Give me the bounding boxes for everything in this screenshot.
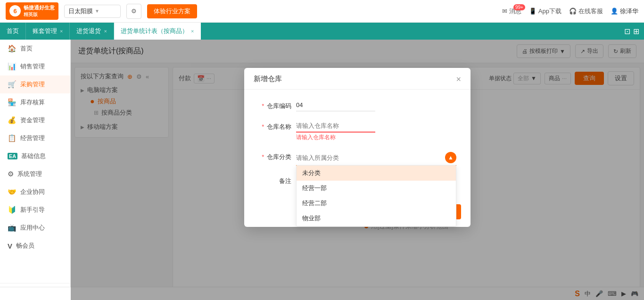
guide-icon: 🔰 <box>8 206 17 214</box>
sidebar-item-operation[interactable]: 📋 经营管理 <box>0 129 70 147</box>
purchase-icon: 🛒 <box>8 80 17 89</box>
warehouse-code-row: * 仓库编码 <box>258 99 456 111</box>
app-download-button[interactable]: 📱 App下载 <box>529 7 561 16</box>
notification-badge: 99+ <box>513 4 525 10</box>
notification-button[interactable]: ✉ 消息 99+ <box>502 7 521 16</box>
sidebar-item-home[interactable]: 🏠 首页 <box>0 40 70 58</box>
tab-accounts[interactable]: 账套管理 × <box>26 23 70 40</box>
online-service-button[interactable]: 🎧 在线客服 <box>569 7 603 16</box>
sidebar-item-system[interactable]: ⚙ 系统管理 <box>0 165 70 183</box>
system-icon: ⚙ <box>8 170 14 178</box>
restore-icon[interactable]: ⊡ <box>624 27 630 36</box>
modal-backdrop: 新增仓库 × * 仓库编码 <box>71 40 644 300</box>
logo-sub: 精英版 <box>24 11 55 18</box>
dropdown-item-unclassified[interactable]: 未分类 <box>297 166 456 181</box>
tab-purchase-return[interactable]: 进货退货 × <box>70 23 114 40</box>
logo-name: 畅捷通好生意 <box>24 4 55 11</box>
name-field-wrap: 请输入仓库名称 <box>296 120 456 142</box>
name-error-hint: 请输入仓库名称 <box>296 133 456 142</box>
category-toggle-button[interactable]: ▲ <box>445 152 456 163</box>
member-icon: V <box>8 242 12 250</box>
avatar-icon: 👤 <box>611 8 618 15</box>
nav-tabs: 首页 账套管理 × 进货退货 × 进货单统计表（按商品） × ⊡ ⊞ <box>0 23 644 40</box>
dropdown-item-dept2[interactable]: 经营二部 <box>297 196 456 211</box>
warehouse-code-input[interactable] <box>296 99 375 111</box>
tab-close-icon[interactable]: × <box>104 28 107 34</box>
settings-button[interactable]: ⚙ <box>126 4 141 19</box>
sidebar-item-sales[interactable]: 📊 销售管理 <box>0 58 70 75</box>
main-layout: 🏠 首页 📊 销售管理 🛒 采购管理 🏪 库存核算 💰 资金管理 📋 经营管理 … <box>0 40 644 300</box>
top-header: 6 畅捷通好生意 精英版 日太阳膜 ▼ ⚙ 体验行业方案 ✉ 消息 99+ 📱 … <box>0 0 644 23</box>
home-icon: 🏠 <box>8 44 17 53</box>
dropdown-item-dept1[interactable]: 经营一部 <box>297 181 456 196</box>
category-label: * 仓库分类 <box>258 150 296 161</box>
phone-icon: 📱 <box>529 8 537 15</box>
chevron-up-icon: ▲ <box>448 154 454 161</box>
logo-icon: 6 <box>9 5 21 17</box>
sales-icon: 📊 <box>8 62 17 71</box>
warehouse-name-input[interactable] <box>296 120 375 133</box>
message-icon: ✉ <box>502 8 507 15</box>
tab-controls: ⊡ ⊞ <box>619 27 644 36</box>
logo-area: 6 畅捷通好生意 精英版 <box>6 2 58 19</box>
headset-icon: 🎧 <box>569 8 577 15</box>
category-field-wrap: ▲ 未分类 经营一部 经营二部 物业部 <box>296 150 456 166</box>
modal-title: 新增仓库 <box>254 75 282 83</box>
tab-purchase-stats[interactable]: 进货单统计表（按商品） × <box>114 23 201 40</box>
enterprise-icon: 🤝 <box>8 188 17 196</box>
warehouse-category-row: * 仓库分类 ▲ 未分类 <box>258 150 456 166</box>
category-input[interactable] <box>296 154 445 161</box>
dropdown-item-dept3[interactable]: 物业部 <box>297 211 456 226</box>
modal-header: 新增仓库 × <box>244 68 471 90</box>
gear-icon: ⚙ <box>131 8 137 15</box>
category-dropdown: 未分类 经营一部 经营二部 物业部 <box>296 165 456 226</box>
sidebar-item-enterprise[interactable]: 🤝 企业协同 <box>0 183 70 201</box>
modal-close-button[interactable]: × <box>456 75 461 83</box>
sidebar: 🏠 首页 📊 销售管理 🛒 采购管理 🏪 库存核算 💰 资金管理 📋 经营管理 … <box>0 40 71 300</box>
operation-icon: 📋 <box>8 134 17 142</box>
sidebar-item-basic-info[interactable]: EA 基础信息 <box>0 147 70 165</box>
sidebar-item-purchase[interactable]: 🛒 采购管理 <box>0 75 70 93</box>
finance-icon: 💰 <box>8 116 17 125</box>
basic-info-icon: EA <box>8 153 17 159</box>
warehouse-name-row: * 仓库名称 请输入仓库名称 <box>258 120 456 142</box>
tab-home[interactable]: 首页 <box>0 23 26 40</box>
header-right: ✉ 消息 99+ 📱 App下载 🎧 在线客服 👤 徐泽华 <box>502 7 638 16</box>
dropdown-arrow-icon: ▼ <box>95 8 99 14</box>
name-label: * 仓库名称 <box>258 120 296 131</box>
store-selector[interactable]: 日太阳膜 ▼ <box>64 5 121 18</box>
notes-label: 备注 <box>258 174 296 185</box>
expand-icon[interactable]: ⊞ <box>633 27 639 36</box>
add-warehouse-modal: 新增仓库 × * 仓库编码 <box>244 68 471 227</box>
inventory-icon: 🏪 <box>8 98 17 107</box>
store-name: 日太阳膜 <box>68 7 93 16</box>
category-input-row: ▲ <box>296 150 456 166</box>
sidebar-item-inventory[interactable]: 🏪 库存核算 <box>0 93 70 111</box>
sidebar-item-app-center[interactable]: 📺 应用中心 <box>0 219 70 237</box>
app-center-icon: 📺 <box>8 224 17 232</box>
sidebar-item-guide[interactable]: 🔰 新手引导 <box>0 201 70 219</box>
code-field-wrap <box>296 99 456 111</box>
tab-close-icon[interactable]: × <box>191 28 194 34</box>
user-menu-button[interactable]: 👤 徐泽华 <box>611 7 638 16</box>
user-name: 徐泽华 <box>620 7 638 16</box>
modal-body: * 仓库编码 * 仓库名称 <box>244 90 471 200</box>
sidebar-item-finance[interactable]: 💰 资金管理 <box>0 111 70 129</box>
content-area: 进货单统计(按商品) 🖨 按模板打印 ▼ ↗ 导出 ↻ 刷新 <box>71 40 644 300</box>
sidebar-item-member[interactable]: V 畅会员 <box>0 237 70 255</box>
tab-close-icon[interactable]: × <box>60 28 63 34</box>
code-label: * 仓库编码 <box>258 99 296 110</box>
trial-button[interactable]: 体验行业方案 <box>147 4 197 18</box>
